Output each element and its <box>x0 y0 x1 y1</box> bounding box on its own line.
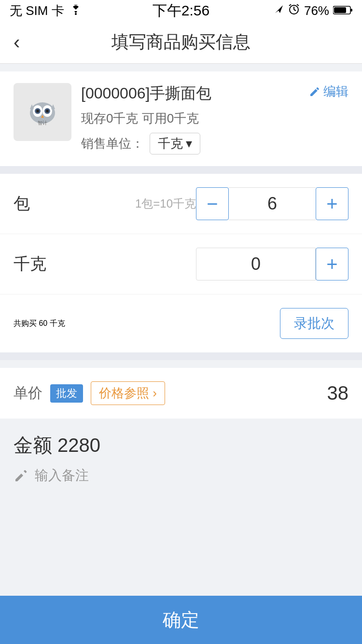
battery-text: 76% <box>304 3 329 18</box>
product-info: [0000006]手撕面包 现存0千克 可用0千克 销售单位： 千克 ▾ <box>81 83 348 154</box>
product-unit-row: 销售单位： 千克 ▾ <box>81 133 348 154</box>
wifi-icon <box>68 3 84 18</box>
unit-chevron-icon: ▾ <box>186 136 192 151</box>
pencil-icon <box>14 468 29 483</box>
status-bar: 无 SIM 卡 下午2:56 76% <box>0 0 362 21</box>
svg-marker-1 <box>275 5 283 13</box>
kg-quantity-control: + <box>196 248 348 280</box>
svg-rect-8 <box>350 9 352 12</box>
divider-2 <box>0 352 362 360</box>
price-value: 38 <box>327 382 349 404</box>
page-title: 填写商品购买信息 <box>111 30 251 54</box>
unit-value: 千克 <box>158 135 183 152</box>
remark-label: 输入备注 <box>35 466 89 485</box>
status-right: 76% <box>273 3 352 19</box>
amount-section: 金额 2280 输入备注 <box>0 419 362 494</box>
confirm-button[interactable]: 确定 <box>0 596 362 644</box>
svg-rect-9 <box>334 7 346 13</box>
price-label: 单价 <box>14 383 42 403</box>
confirm-btn-text: 确定 <box>163 608 199 632</box>
kg-label: 千克 <box>14 253 196 275</box>
amount-label: 金额 2280 <box>14 432 348 459</box>
status-time: 下午2:56 <box>153 1 209 21</box>
price-section: 单价 批发 价格参照 › 38 <box>0 368 362 419</box>
edit-label: 编辑 <box>323 83 348 100</box>
svg-point-0 <box>75 13 77 15</box>
price-tag: 批发 <box>50 384 83 403</box>
product-thumbnail: 智计 <box>14 83 71 141</box>
product-name: [0000006]手撕面包 <box>81 83 348 104</box>
total-row: 共购买 60 千克 录批次 <box>0 294 362 352</box>
nav-bar: ‹ 填写商品购买信息 <box>0 21 362 64</box>
pack-label: 包 <box>14 193 129 215</box>
price-row: 单价 批发 价格参照 › 38 <box>14 381 348 405</box>
pack-plus-button[interactable]: + <box>316 187 348 220</box>
svg-text:智计: 智计 <box>38 120 47 126</box>
kg-quantity-input[interactable] <box>196 248 316 280</box>
price-ref-button[interactable]: 价格参照 › <box>91 381 165 405</box>
pack-quantity-control: − + <box>196 187 348 220</box>
kg-row: 千克 + <box>0 234 362 294</box>
kg-plus-button[interactable]: + <box>316 248 348 280</box>
batch-button[interactable]: 录批次 <box>280 308 348 339</box>
svg-line-4 <box>294 10 296 11</box>
location-icon <box>273 3 284 18</box>
unit-label: 销售单位： <box>81 135 144 152</box>
svg-point-15 <box>36 110 39 112</box>
total-label: 共购买 60 千克 <box>14 319 65 329</box>
svg-point-16 <box>46 110 49 112</box>
pack-minus-button[interactable]: − <box>196 187 229 220</box>
edit-button[interactable]: 编辑 <box>309 83 348 100</box>
divider-1 <box>0 166 362 174</box>
back-button[interactable]: ‹ <box>14 31 20 53</box>
pack-hint: 1包=10千克 <box>135 196 196 211</box>
pack-row: 包 1包=10千克 − + <box>0 174 362 234</box>
svg-line-5 <box>289 4 291 6</box>
product-stock: 现存0千克 可用0千克 <box>81 110 348 127</box>
product-card: 智计 [0000006]手撕面包 现存0千克 可用0千克 销售单位： 千克 ▾ … <box>0 71 362 166</box>
alarm-icon <box>288 3 300 19</box>
no-sim-text: 无 SIM 卡 <box>10 2 64 19</box>
pack-quantity-input[interactable] <box>229 187 316 220</box>
unit-select[interactable]: 千克 ▾ <box>150 133 200 154</box>
status-left: 无 SIM 卡 <box>10 2 84 19</box>
svg-line-6 <box>297 4 299 6</box>
battery-icon <box>333 3 352 18</box>
remark-row[interactable]: 输入备注 <box>14 466 348 485</box>
pack-input-section: 包 1包=10千克 − + 千克 + <box>0 174 362 294</box>
